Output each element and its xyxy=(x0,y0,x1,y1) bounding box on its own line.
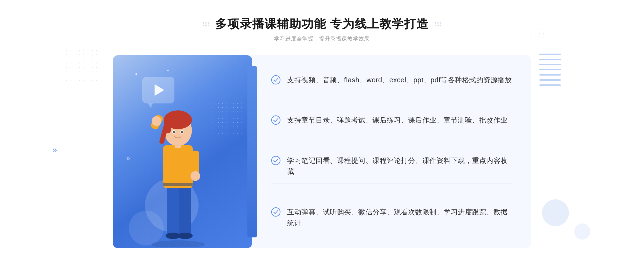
check-icon-1 xyxy=(271,75,281,85)
svg-rect-20 xyxy=(163,183,193,186)
svg-rect-19 xyxy=(154,116,157,124)
illustration-card: ✦ ✦ » xyxy=(113,55,252,248)
feature-item-2: 支持章节目录、弹题考试、课后练习、课后作业、章节测验、批改作业 xyxy=(271,109,513,132)
svg-point-22 xyxy=(272,116,280,124)
svg-point-17 xyxy=(173,131,175,133)
accent-bar xyxy=(247,66,257,237)
content-area: ✦ ✦ » xyxy=(113,55,531,248)
title-deco-right xyxy=(435,22,441,26)
sparkle-2: ✦ xyxy=(166,69,170,73)
check-icon-2 xyxy=(271,115,281,125)
feature-item-1: 支持视频、音频、flash、word、excel、ppt、pdf等各种格式的资源… xyxy=(271,69,513,92)
left-chevrons-deco: » xyxy=(52,145,57,155)
feature-text-1: 支持视频、音频、flash、word、excel、ppt、pdf等各种格式的资源… xyxy=(287,74,512,86)
arrow-deco: » xyxy=(126,154,130,162)
svg-rect-1 xyxy=(167,183,179,236)
feature-item-3: 学习笔记回看、课程提问、课程评论打分、课件资料下载，重点内容收藏 xyxy=(271,149,513,184)
svg-point-23 xyxy=(272,156,280,165)
main-title: 多项录播课辅助功能 专为线上教学打造 xyxy=(215,16,429,32)
feature-text-3: 学习笔记回看、课程提问、课程评论打分、课件资料下载，重点内容收藏 xyxy=(287,155,513,177)
svg-point-0 xyxy=(151,240,205,247)
feature-item-4: 互动弹幕、试听购买、微信分享、观看次数限制、学习进度跟踪、数据统计 xyxy=(271,201,513,235)
svg-rect-2 xyxy=(179,183,191,236)
svg-point-24 xyxy=(272,208,280,216)
feature-text-2: 支持章节目录、弹题考试、课后练习、课后作业、章节测验、批改作业 xyxy=(287,115,508,126)
svg-point-21 xyxy=(272,76,280,84)
deco-circle-1 xyxy=(542,199,569,226)
title-section: 多项录播课辅助功能 专为线上教学打造 学习进度全掌握，提升录播课教学效果 xyxy=(203,16,441,42)
svg-point-18 xyxy=(181,131,183,133)
svg-rect-7 xyxy=(191,151,199,175)
sparkle-1: ✦ xyxy=(134,71,138,77)
dot-grid-left xyxy=(64,48,99,83)
stripe-deco xyxy=(539,54,561,86)
check-icon-4 xyxy=(271,207,281,217)
svg-point-4 xyxy=(178,233,193,239)
feature-text-4: 互动弹幕、试听购买、微信分享、观看次数限制、学习进度跟踪、数据统计 xyxy=(287,207,513,229)
svg-point-8 xyxy=(191,171,200,181)
check-icon-3 xyxy=(271,156,281,165)
title-deco-left xyxy=(203,22,209,26)
deco-circle-2 xyxy=(574,223,590,240)
dot-grid-right xyxy=(529,23,545,39)
subtitle: 学习进度全掌握，提升录播课教学效果 xyxy=(203,35,441,42)
svg-rect-5 xyxy=(163,145,193,188)
page-container: 多项录播课辅助功能 专为线上教学打造 学习进度全掌握，提升录播课教学效果 » xyxy=(0,0,644,261)
features-panel: 支持视频、音频、flash、word、excel、ppt、pdf等各种格式的资源… xyxy=(250,55,531,248)
title-wrapper: 多项录播课辅助功能 专为线上教学打造 xyxy=(203,16,441,32)
person-figure xyxy=(132,92,224,248)
